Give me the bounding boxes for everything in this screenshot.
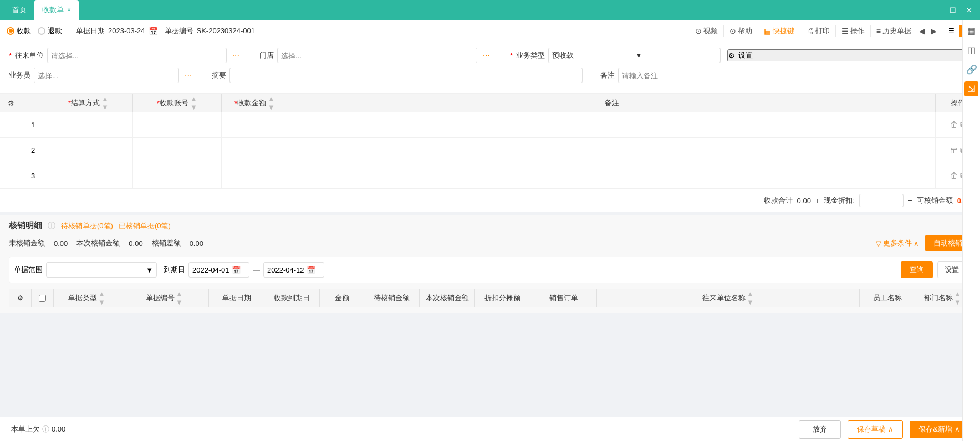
- prev-arrow[interactable]: ◀: [917, 25, 927, 37]
- sort-doc-type-icon[interactable]: ▲▼: [98, 290, 105, 306]
- sep3: [758, 25, 758, 37]
- more-conditions-label: 更多条件: [883, 238, 912, 248]
- sort-doc-no-icon[interactable]: ▲▼: [176, 290, 183, 306]
- maximize-button[interactable]: ☐: [946, 6, 959, 14]
- date-to-input[interactable]: 2022-04-12 📅: [263, 262, 324, 278]
- select-all-checkbox[interactable]: [39, 295, 46, 302]
- rcol-cb[interactable]: [32, 289, 54, 307]
- tab-close-icon[interactable]: ×: [67, 0, 71, 20]
- col-account-label: 收款账号: [160, 98, 188, 108]
- partner-more-icon[interactable]: ···: [230, 50, 242, 60]
- discount-label: 现金折扣:: [824, 196, 855, 206]
- list-view-button[interactable]: ☰: [945, 25, 958, 37]
- setting-label: 设置: [738, 50, 753, 60]
- setting-button[interactable]: ⚙ 设置: [727, 49, 971, 61]
- row3-amount[interactable]: [222, 163, 288, 188]
- biz-type-field: * 业务类型 预收款 ▼: [510, 48, 721, 63]
- more-conditions-button[interactable]: ▽ 更多条件 ∧: [876, 238, 919, 248]
- limit-info-icon[interactable]: ⓘ: [42, 424, 49, 434]
- row3-gear: [0, 163, 22, 188]
- row3-remark[interactable]: [288, 163, 936, 188]
- radio-refund[interactable]: 退款: [38, 26, 62, 36]
- range-select[interactable]: ▼: [46, 262, 157, 278]
- limit-info: 本单上欠 ⓘ 0.00: [11, 424, 65, 434]
- rcol-dept-label: 部门名称: [924, 293, 953, 303]
- ops-button[interactable]: ☰ 操作: [841, 26, 865, 36]
- row1-amount[interactable]: [222, 112, 288, 137]
- table-section: ⚙ * 结算方式 ▲▼ * 收款账号 ▲▼ * 收款金额 ▲▼ 备注 操作 1: [0, 94, 980, 189]
- table-header: ⚙ * 结算方式 ▲▼ * 收款账号 ▲▼ * 收款金额 ▲▼ 备注 操作: [0, 94, 980, 112]
- partner-input[interactable]: [47, 48, 227, 63]
- row3-settlement[interactable]: [44, 163, 133, 188]
- row2-remark[interactable]: [288, 138, 936, 163]
- rcol-amount-label: 金额: [335, 293, 349, 303]
- date-label: 单据日期: [76, 26, 105, 36]
- row1-delete-icon[interactable]: 🗑: [950, 120, 958, 130]
- uncancelled-label: 未核销金额: [9, 238, 45, 248]
- row1-settlement[interactable]: [44, 112, 133, 137]
- row3-account[interactable]: [133, 163, 222, 188]
- row2-account[interactable]: [133, 138, 222, 163]
- summary-input[interactable]: [229, 68, 583, 83]
- store-input[interactable]: [277, 48, 477, 63]
- summary-label: 摘要: [212, 70, 226, 80]
- rcol-discount-label: 折扣分摊额: [484, 293, 520, 303]
- col-settlement-label: 结算方式: [71, 98, 100, 108]
- discount-input[interactable]: [859, 194, 904, 207]
- pending-tab[interactable]: 待核销单据(0笔): [61, 221, 113, 231]
- rcol-gear[interactable]: ⚙: [9, 289, 32, 307]
- calendar-icon[interactable]: 📅: [149, 27, 158, 35]
- stats-row: 未核销金额 0.00 本次核销金额 0.00 核销差额 0.00 ▽ 更多条件 …: [9, 235, 971, 251]
- abandon-button[interactable]: 放弃: [799, 420, 841, 439]
- video-button[interactable]: ⊙ 视频: [695, 26, 718, 36]
- close-button[interactable]: ✕: [963, 6, 976, 14]
- biz-type-arrow-icon: ▼: [636, 52, 717, 59]
- sidebar-expand-icon[interactable]: ⇲: [964, 81, 978, 96]
- biz-type-label: 业务类型: [516, 50, 545, 60]
- help-button[interactable]: ⊙ 帮助: [729, 26, 752, 36]
- print-button[interactable]: 🖨 打印: [806, 26, 830, 36]
- query-button[interactable]: 查询: [901, 261, 933, 278]
- sort-account-icon[interactable]: ▲▼: [190, 95, 197, 111]
- sort-amount-icon[interactable]: ▲▼: [268, 95, 275, 111]
- home-tab[interactable]: 首页: [4, 0, 34, 20]
- note-input[interactable]: [618, 68, 971, 83]
- biz-type-select[interactable]: 预收款 ▼: [548, 48, 721, 63]
- save-draft-button[interactable]: 保存草稿 ∧: [848, 420, 903, 439]
- rcol-this-amount-label: 本次核销金额: [426, 293, 469, 303]
- history-label: 历史单据: [882, 26, 911, 36]
- collection-tab[interactable]: 收款单 ×: [34, 0, 79, 20]
- save-new-label: 保存&新增: [918, 424, 952, 434]
- sort-partner-icon[interactable]: ▲▼: [747, 290, 754, 306]
- date-from-input[interactable]: 2022-04-01 📅: [188, 262, 249, 278]
- col-remark-header: 备注: [288, 94, 936, 112]
- sidebar-table-icon[interactable]: ▦: [965, 23, 978, 38]
- save-new-button[interactable]: 保存&新增 ∧: [910, 421, 969, 438]
- shortcut-label: 快捷键: [773, 26, 794, 36]
- toolbar: 收款 退款 单据日期 2023-03-24 📅 单据编号 SK-20230324…: [0, 20, 980, 42]
- row1-account[interactable]: [133, 112, 222, 137]
- table-settings-icon[interactable]: ⚙: [0, 94, 22, 112]
- shortcut-button[interactable]: ▦ 快捷键: [764, 26, 794, 36]
- reconcile-info-icon[interactable]: ⓘ: [48, 221, 55, 231]
- row2-settlement[interactable]: [44, 138, 133, 163]
- staff-input[interactable]: [34, 68, 179, 83]
- done-tab[interactable]: 已核销单据(0笔): [119, 221, 171, 231]
- history-button[interactable]: ≡ 历史单据: [876, 26, 911, 36]
- staff-more-icon[interactable]: ···: [182, 70, 194, 80]
- row1-remark[interactable]: [288, 112, 936, 137]
- minimize-button[interactable]: —: [929, 6, 943, 14]
- sep4: [800, 25, 800, 37]
- row2-amount[interactable]: [222, 138, 288, 163]
- row3-delete-icon[interactable]: 🗑: [950, 171, 958, 181]
- radio-collection[interactable]: 收款: [7, 26, 31, 36]
- next-arrow[interactable]: ▶: [928, 25, 939, 37]
- sep5: [835, 25, 836, 37]
- sidebar-doc-icon[interactable]: ◫: [965, 43, 978, 58]
- row2-delete-icon[interactable]: 🗑: [950, 146, 958, 155]
- sort-dept-icon[interactable]: ▲▼: [954, 290, 961, 306]
- store-more-icon[interactable]: ···: [481, 50, 492, 60]
- sort-settlement-icon[interactable]: ▲▼: [101, 95, 109, 111]
- sidebar-link-icon[interactable]: 🔗: [964, 62, 979, 77]
- staff-label: 业务员: [9, 70, 30, 80]
